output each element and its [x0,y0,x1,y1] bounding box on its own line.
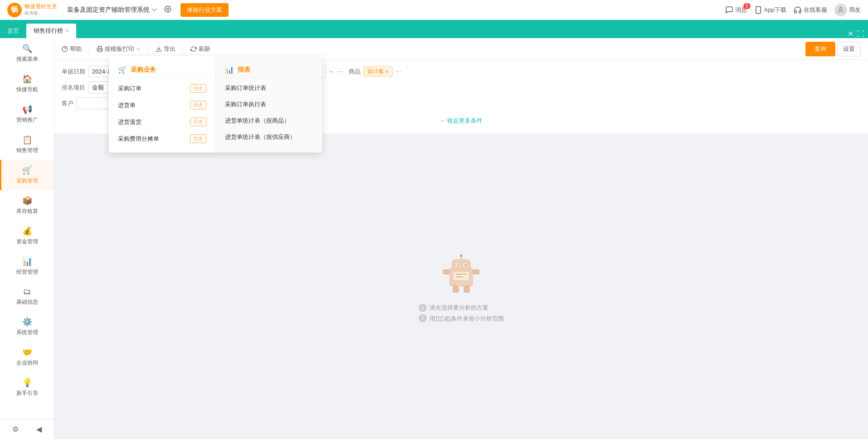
sidebar-item-sales[interactable]: 📋 销售管理 [0,129,54,160]
message-action[interactable]: 消息 5 [725,6,747,14]
sidebar-item-basic-info[interactable]: 🗂 基础信息 [0,281,54,311]
customer-label: 客户 [62,99,73,108]
dropdown-item-inbound-stat-goods[interactable]: 进货单统计表（按商品） [216,113,322,129]
sidebar-item-purchase[interactable]: 🛒 采购管理 [0,160,54,190]
report-col-title: 📊 报表 [216,62,322,78]
content-area: 帮助 按模板打印 导出 刷新 查询 设置 [54,38,868,439]
sidebar-item-guide[interactable]: 💡 新手引导 [0,372,54,403]
sidebar-collapse-icon[interactable]: ◀ [36,425,42,434]
sidebar-item-operations[interactable]: 📊 经营管理 [0,251,54,281]
badge-history-0: 历史 [190,84,206,93]
badge-history-2: 历史 [190,118,206,126]
home-icon: 🏠 [22,74,32,84]
report-col-icon: 📊 [225,65,234,74]
dropdown-menu: 🛒 采购业务 采购订单 历史 进货单 历史 进货退货 历史 [109,56,322,153]
tab-sales-rank[interactable]: 销售排行榜 × [26,24,76,38]
purchase-icon: 🛒 [22,165,32,175]
operations-icon: 📊 [22,256,32,266]
header-left: 畅 畅捷通好生意 标准版 装备及固定资产辅助管理系统 体验行业方案 [7,3,229,17]
logo-text: 畅捷通好生意 [24,3,57,10]
avatar [834,4,847,16]
dropdown-item-inbound-stat-supplier[interactable]: 进货单统计表（按供应商） [216,129,322,145]
purchase-col-title: 🛒 采购业务 [109,62,215,78]
tab-bar: 首页 销售排行榜 × ✕ ⛶ [0,20,868,38]
sidebar-item-search[interactable]: 🔍 搜索菜单 [0,38,54,69]
tab-close-all[interactable]: ✕ [848,30,853,38]
toolbar-sep-1 [89,45,89,53]
sidebar-item-finance[interactable]: 💰 资金管理 [0,221,54,251]
message-badge: 5 [743,3,751,9]
sidebar-item-quick-nav[interactable]: 🏠 快捷导航 [0,69,54,99]
date-label: 单据日期 [62,68,85,76]
finance-icon: 💰 [22,226,32,236]
dropdown-report-col: 📊 报表 采购订单统计表 采购订单执行表 进货单统计表（按商品） 进货单统计表（… [215,56,322,153]
dropdown-overlay: 🛒 采购业务 采购订单 历史 进货单 历史 进货退货 历史 [109,38,868,439]
settings-icon[interactable] [164,5,171,15]
badge-history-3: 历史 [190,134,206,143]
sidebar-item-inventory[interactable]: 📦 库存核算 [0,190,54,221]
dropdown-item-purchase-order[interactable]: 采购订单 历史 [109,80,215,97]
purchase-col-icon: 🛒 [118,65,127,74]
headset-icon [794,6,802,14]
dropdown-item-purchase-order-stat[interactable]: 采购订单统计表 [216,80,322,96]
logo-icon: 畅 [7,3,22,17]
marketing-icon: 📢 [22,104,32,114]
phone-icon [754,6,762,14]
tab-fullscreen[interactable]: ⛶ [857,30,864,38]
sidebar-item-system[interactable]: ⚙️ 系统管理 [0,311,54,342]
sidebar-bottom: ⚙ ◀ [0,419,54,439]
online-service-action[interactable]: 在线客服 [794,6,827,14]
guide-icon: 💡 [22,378,32,388]
svg-point-3 [839,7,842,10]
search-icon: 🔍 [22,44,32,54]
help-action[interactable]: 帮助 [62,45,82,53]
sidebar-item-cooperation[interactable]: 🤝 企业协同 [0,342,54,372]
badge-history-1: 历史 [190,101,206,109]
logo-sub: 标准版 [24,10,57,16]
message-icon [725,6,733,14]
svg-rect-6 [98,49,102,52]
system-title: 装备及固定资产辅助管理系统 [67,6,150,14]
header-right: 消息 5 App下载 在线客服 用友 [725,4,861,16]
dropdown-item-inbound-return[interactable]: 进货退货 历史 [109,113,215,130]
sidebar-item-marketing[interactable]: 📢 营销推广 [0,99,54,129]
svg-point-0 [167,8,169,10]
industry-button[interactable]: 体验行业方案 [180,3,229,17]
dropdown-item-purchase-order-exec[interactable]: 采购订单执行表 [216,96,322,113]
basic-info-icon: 🗂 [23,287,31,296]
print-icon [97,46,103,52]
tab-expand-area: ✕ ⛶ [844,30,868,38]
chevron-down-icon [151,8,157,12]
user-action[interactable]: 用友 [834,4,861,16]
help-icon [62,46,68,52]
system-title-dropdown[interactable]: 装备及固定资产辅助管理系统 [67,6,157,14]
tab-close-icon[interactable]: × [66,28,69,34]
main-area: 🔍 搜索菜单 🏠 快捷导航 📢 营销推广 📋 销售管理 🛒 采购管理 📦 库存核… [0,38,868,439]
inventory-icon: 📦 [22,196,32,206]
dropdown-item-inbound[interactable]: 进货单 历史 [109,97,215,113]
sidebar-settings-icon[interactable]: ⚙ [12,425,19,434]
cooperation-icon: 🤝 [22,347,32,357]
rank-label: 排名项目 [62,84,85,92]
app-download-action[interactable]: App下载 [754,6,786,14]
dropdown-purchase-col: 🛒 采购业务 采购订单 历史 进货单 历史 进货退货 历史 [109,56,215,153]
logo-area: 畅 畅捷通好生意 标准版 [7,3,62,17]
header: 畅 畅捷通好生意 标准版 装备及固定资产辅助管理系统 体验行业方案 消息 5 A… [0,0,868,20]
tab-home[interactable]: 首页 [0,24,26,38]
sidebar: 🔍 搜索菜单 🏠 快捷导航 📢 营销推广 📋 销售管理 🛒 采购管理 📦 库存核… [0,38,54,439]
sales-icon: 📋 [22,135,32,145]
dropdown-item-purchase-cost[interactable]: 采购费用分摊单 历史 [109,130,215,147]
system-icon: ⚙️ [22,317,32,327]
